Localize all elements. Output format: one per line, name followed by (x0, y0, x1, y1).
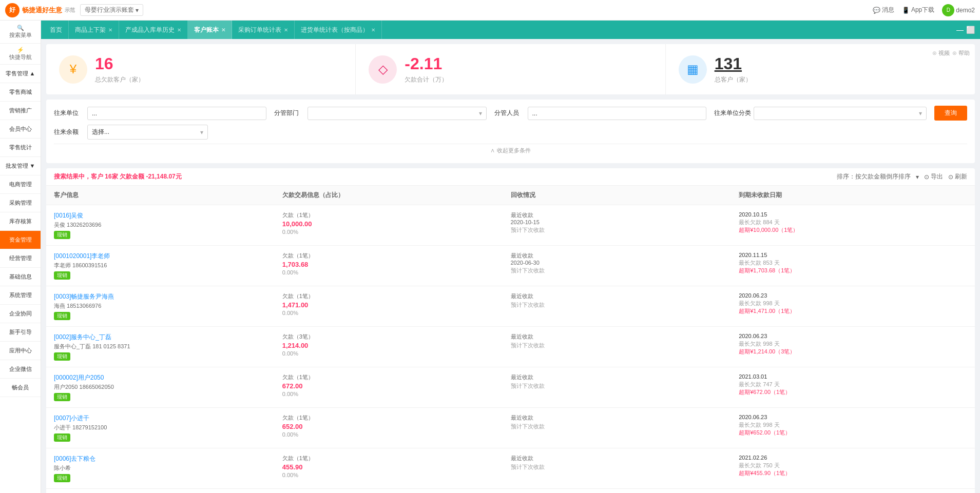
unit-class-input[interactable]: ▾ (754, 107, 927, 120)
debt-info-col: 欠款（1笔） 455.90 0.00% (282, 455, 511, 478)
customer-name-link[interactable]: [0007]小进干 (54, 414, 282, 423)
sidebar-item-marketing[interactable]: 营销推广 (0, 102, 41, 120)
sidebar-item-warehouse[interactable]: 库存核算 (0, 212, 41, 231)
customer-name-link[interactable]: [0003]畅捷服务尹海燕 (54, 292, 282, 301)
overdue-amount[interactable]: 超期¥1,214.00（3笔） (739, 348, 967, 356)
customer-name-link[interactable]: [000002]用户2050 (54, 373, 282, 382)
app-title: 畅捷通好生意 (22, 6, 62, 15)
tab-import-stats-close[interactable]: ✕ (371, 27, 375, 33)
customer-tag: 现销 (54, 352, 70, 361)
person-input[interactable]: ... (528, 107, 707, 120)
video-btn[interactable]: ⊙ 视频 (932, 49, 950, 57)
tab-expand-icon[interactable]: ⬜ (966, 26, 975, 34)
tab-import-stats-label: 进货单统计表（按商品） (301, 26, 369, 34)
col-customer-info: 客户信息 (54, 191, 282, 200)
from-unit-input[interactable]: ... (87, 107, 266, 120)
customer-name-link[interactable]: [0001020001]李老师 (54, 252, 282, 261)
refresh-btn[interactable]: ⊙ 刷新 (948, 172, 967, 181)
customer-info-col: [0003]畅捷服务尹海燕 海燕 18513066976 现销 (54, 292, 282, 320)
results-customer-count: 16家 (105, 173, 118, 180)
tab-collapse-icon[interactable]: — (956, 26, 964, 34)
sidebar-item-vip[interactable]: 畅会员 (0, 379, 41, 397)
sidebar-item-batch-mgmt[interactable]: 批发管理 ▼ (0, 157, 41, 175)
sidebar-item-member[interactable]: 会员中心 (0, 120, 41, 139)
due-date-col: 2021.03.01 最长欠款 747 天 超期¥672.00（1笔） (739, 373, 967, 396)
collect-next: 预计下次收款 (511, 382, 739, 390)
user-name: demo2 (956, 7, 975, 14)
customer-info-col: [000002]用户2050 用户2050 18665062050 现销 (54, 373, 282, 401)
help-btn[interactable]: ⊙ 帮助 (952, 49, 970, 57)
from-unit-dots: ... (92, 110, 97, 117)
tab-customer-account[interactable]: 客户账本 ✕ (188, 21, 232, 39)
collapse-icon: ∧ (490, 147, 495, 153)
sidebar-item-purchase-mgmt[interactable]: 采购管理 (0, 194, 41, 212)
logo-icon: 好 (5, 3, 20, 17)
collect-label: 最近收款 (511, 292, 739, 300)
sidebar-item-app-center[interactable]: 应用中心 (0, 342, 41, 360)
tab-product-offline-close[interactable]: ✕ (108, 27, 112, 33)
customer-name-link[interactable]: [0002]服务中心_丁磊 (54, 333, 282, 342)
tab-purchase-order-close[interactable]: ✕ (284, 27, 288, 33)
due-date: 2020.06.23 (739, 333, 967, 339)
sidebar-item-ecom-mgmt[interactable]: 电商管理 (0, 175, 41, 194)
sidebar-item-capital[interactable]: 资金管理 (0, 231, 41, 249)
balance-input[interactable]: 选择... ▾ (87, 125, 208, 140)
stat-label-debt-customers: 总欠款客户（家） (95, 75, 144, 84)
top-bar-left: 好 畅捷通好生意 示范 母婴行业演示账套 ▾ (5, 3, 143, 17)
collect-next: 预计下次收款 (511, 463, 739, 471)
search-button[interactable]: 查询 (934, 106, 967, 121)
debt-percent: 0.00% (282, 391, 511, 397)
export-btn[interactable]: ⊙ 导出 (924, 172, 943, 181)
filter-row-1: 往来单位 ... 分管部门 ▾ 分管人员 (54, 106, 967, 121)
collect-next: 预计下次收款 (511, 267, 739, 274)
sidebar-item-wechat[interactable]: 企业微信 (0, 360, 41, 379)
sidebar-search[interactable]: 🔍 搜索菜单 (0, 21, 41, 44)
sidebar-item-retail-mgmt[interactable]: 零售管理 ▲ (0, 65, 41, 83)
tab-product-history-close[interactable]: ✕ (177, 27, 181, 33)
collect-next: 预计下次收款 (511, 342, 739, 349)
sidebar-item-operation[interactable]: 经营管理 (0, 249, 41, 268)
data-table: 客户信息 欠款交易信息（占比） 回收情况 到期未收款日期 [0016]吴俊 吴俊… (46, 186, 975, 493)
tab-home[interactable]: 首页 (44, 21, 69, 39)
due-date-col: 2021.02.26 最长欠款 750 天 超期¥455.90（1笔） (739, 455, 967, 477)
message-btn[interactable]: 💬 消息 (873, 6, 894, 14)
sidebar-nav[interactable]: ⚡ 快捷导航 (0, 44, 41, 65)
app-download-btn[interactable]: 📱 App下载 (902, 6, 934, 14)
collect-label: 最近收款 (511, 252, 739, 260)
sidebar-item-newbie[interactable]: 新手引导 (0, 323, 41, 342)
overdue-amount[interactable]: 超期¥1,471.00（1笔） (739, 307, 967, 315)
sidebar-item-retail-mall[interactable]: 零售商城 (0, 83, 41, 102)
dept-arrow-icon: ▾ (479, 110, 482, 117)
debt-amount: 10,000.00 (282, 220, 511, 228)
sidebar-item-enterprise[interactable]: 企业协同 (0, 305, 41, 323)
customer-name-link[interactable]: [0016]吴俊 (54, 211, 282, 220)
app-selector[interactable]: 母婴行业演示账套 ▾ (80, 4, 143, 16)
sort-label[interactable]: 排序：按欠款金额倒序排序 (837, 172, 911, 181)
sidebar-item-basic-info[interactable]: 基础信息 (0, 268, 41, 286)
sidebar-item-retail-stats[interactable]: 零售统计 (0, 139, 41, 157)
dept-input[interactable]: ▾ (308, 107, 487, 120)
tab-purchase-order[interactable]: 采购订单统计表 ✕ (232, 21, 295, 39)
overdue-amount[interactable]: 超期¥1,703.68（1笔） (739, 267, 967, 274)
table-row: [0006]去下粮仓 陈小希 现销 欠款（1笔） 455.90 0.00% 最近… (46, 448, 975, 489)
debt-amount: 1,471.00 (282, 301, 511, 309)
due-date-col: 2020.06.23 最长欠款 998 天 超期¥1,214.00（3笔） (739, 333, 967, 356)
user-menu[interactable]: D demo2 (942, 4, 975, 16)
overdue-amount[interactable]: 超期¥10,000.00（1笔） (739, 226, 967, 234)
collapse-bar[interactable]: ∧ 收起更多条件 (54, 144, 967, 157)
stat-card-actions: ⊙ 视频 ⊙ 帮助 (932, 49, 970, 57)
overdue-amount[interactable]: 超期¥672.00（1笔） (739, 388, 967, 396)
tab-import-stats[interactable]: 进货单统计表（按商品） ✕ (295, 21, 382, 39)
customer-name-link[interactable]: [0006]去下粮仓 (54, 455, 282, 463)
overdue-days: 最长欠款 998 天 (739, 300, 967, 307)
tab-customer-account-close[interactable]: ✕ (221, 27, 225, 33)
tab-product-offline[interactable]: 商品上下架 ✕ (69, 21, 119, 39)
collect-label: 最近收款 (511, 455, 739, 462)
overdue-amount[interactable]: 超期¥652.00（1笔） (739, 429, 967, 437)
tab-product-history[interactable]: 产成品入库单历史 ✕ (119, 21, 188, 39)
stat-icon-building: ▦ (679, 55, 707, 84)
sidebar-item-system[interactable]: 系统管理 (0, 286, 41, 305)
overdue-amount[interactable]: 超期¥455.90（1笔） (739, 469, 967, 477)
debt-info-col: 欠款（1笔） 1,703.68 0.00% (282, 252, 511, 275)
due-date-col: 2020.06.23 最长欠款 998 天 超期¥1,471.00（1笔） (739, 292, 967, 315)
